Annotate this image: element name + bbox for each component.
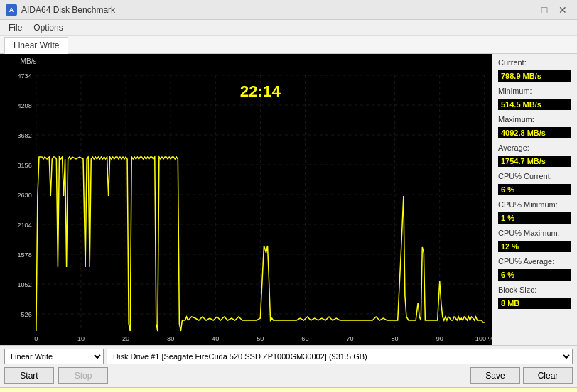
svg-text:1052: 1052 [17,281,31,288]
svg-text:30: 30 [167,335,174,342]
minimize-button[interactable]: — [517,3,534,17]
app-icon: A [6,4,17,16]
svg-text:60: 60 [301,335,308,342]
cpu-minimum-label: CPU% Minimum: [498,200,571,209]
svg-text:2104: 2104 [17,222,31,229]
svg-text:90: 90 [436,335,443,342]
menu-file[interactable]: File [3,21,28,34]
svg-text:22:14: 22:14 [240,82,281,100]
close-button[interactable]: ✕ [554,3,571,17]
svg-text:70: 70 [346,335,353,342]
average-label: Average: [498,143,571,152]
svg-text:1578: 1578 [17,251,31,258]
drive-select[interactable]: Disk Drive #1 [Seagate FireCuda 520 SSD … [107,349,573,364]
start-button[interactable]: Start [4,367,54,384]
warning-bar: ⚠ Write tests will DESTROY ALL DATA on t… [0,387,577,392]
svg-text:4734: 4734 [17,72,31,80]
svg-text:MB/s: MB/s [20,58,36,65]
main-layout: MB/s 4734 4208 [0,54,577,345]
controls-row2: Start Stop Save Clear [4,367,573,384]
save-clear-group: Save Clear [470,367,573,384]
cpu-maximum-label: CPU% Maximum: [498,229,571,237]
cpu-current-value: 6 % [498,184,571,195]
svg-text:50: 50 [257,335,264,342]
block-size-label: Block Size: [498,285,571,294]
current-label: Current: [498,58,571,67]
menu-bar: File Options [0,20,577,36]
clear-button[interactable]: Clear [523,367,573,384]
maximize-button[interactable]: □ [536,3,553,17]
cpu-minimum-value: 1 % [498,212,571,224]
svg-text:100 %: 100 % [475,335,492,342]
svg-text:3156: 3156 [17,162,31,169]
svg-text:40: 40 [212,335,219,342]
tab-linear-write[interactable]: Linear Write [4,37,68,54]
bottom-controls: Linear Write Disk Drive #1 [Seagate Fire… [0,345,577,387]
cpu-average-label: CPU% Average: [498,257,571,266]
controls-row1: Linear Write Disk Drive #1 [Seagate Fire… [4,349,573,364]
svg-text:526: 526 [21,311,32,318]
svg-text:80: 80 [392,335,399,342]
cpu-maximum-value: 12 % [498,241,571,252]
current-value: 798.9 MB/s [498,70,571,82]
title-bar-text: AIDA64 Disk Benchmark [21,5,115,15]
tab-bar: Linear Write [0,36,577,54]
minimum-label: Minimum: [498,87,571,95]
window-controls: — □ ✕ [517,3,571,17]
svg-text:2630: 2630 [17,192,31,199]
chart-svg: MB/s 4734 4208 [0,54,492,345]
average-value: 1754.7 MB/s [498,156,571,167]
save-button[interactable]: Save [470,367,520,384]
maximum-label: Maximum: [498,115,571,124]
right-panel: Current: 798.9 MB/s Minimum: 514.5 MB/s … [492,54,577,345]
chart-area: MB/s 4734 4208 [0,54,492,345]
svg-text:3682: 3682 [17,132,31,139]
svg-text:10: 10 [77,335,85,342]
cpu-current-label: CPU% Current: [498,172,571,180]
svg-text:4208: 4208 [17,102,31,109]
svg-text:0: 0 [34,335,38,342]
stop-button[interactable]: Stop [58,367,108,384]
test-type-select[interactable]: Linear Write [4,349,104,364]
menu-options[interactable]: Options [28,21,68,34]
cpu-average-value: 6 % [498,269,571,281]
title-bar: A AIDA64 Disk Benchmark — □ ✕ [0,0,577,20]
minimum-value: 514.5 MB/s [498,99,571,110]
maximum-value: 4092.8 MB/s [498,127,571,138]
block-size-value: 8 MB [498,298,571,309]
svg-text:20: 20 [122,335,129,342]
